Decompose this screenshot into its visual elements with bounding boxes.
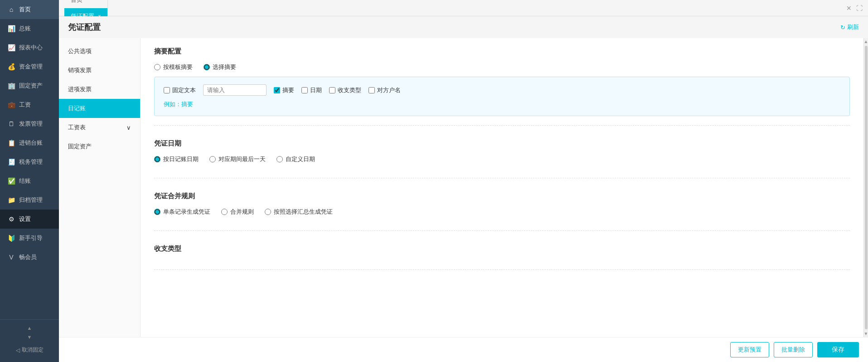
sidebar-label-fund: 资金管理	[19, 63, 43, 71]
date-radio-journal-input[interactable]	[154, 156, 160, 162]
sidebar: ⌂ 首页 📊 总账 📈 报表中心 💰 资金管理 🏢 固定资产 💼 工资 🗒 发票…	[0, 0, 59, 362]
date-radio-journal[interactable]: 按日记账日期	[154, 155, 199, 163]
date-radio-lastday-input[interactable]	[209, 156, 216, 162]
sidebar-item-archive[interactable]: 📁 归档管理	[0, 191, 59, 210]
merge-radio-single-input[interactable]	[154, 209, 160, 215]
left-nav: 公共选项销项发票进项发票日记账工资表∨固定资产	[59, 38, 141, 337]
pin-icon: ◁	[16, 347, 20, 353]
checkbox-counterpart[interactable]: 对方户名	[369, 86, 401, 94]
sidebar-item-tax[interactable]: 🧾 税务管理	[0, 152, 59, 171]
date-section: 凭证日期 按日记账日期 对应期间最后一天 自定义日期	[154, 139, 850, 178]
merge-radio-rule[interactable]: 合并规则	[221, 208, 254, 216]
date-radio-group: 按日记账日期 对应期间最后一天 自定义日期	[154, 155, 850, 163]
archive-icon: 📁	[7, 196, 15, 204]
sidebar-item-salesledger[interactable]: 📋 进销台账	[0, 133, 59, 152]
sidebar-item-salary[interactable]: 💼 工资	[0, 95, 59, 114]
sidebar-label-guide: 新手引导	[19, 234, 43, 242]
save-button[interactable]: 保存	[817, 342, 859, 357]
sidebar-item-ledger[interactable]: 📊 总账	[0, 19, 59, 38]
left-nav-label-fixed_assets: 固定资产	[68, 142, 92, 151]
sidebar-item-settle[interactable]: ✅ 结账	[0, 171, 59, 191]
main-area: 首页凭证配置× ✕ ⛶ 凭证配置 ↻ 刷新 公共选项销项发票进项发票日记账工资表…	[59, 0, 868, 362]
refresh-label: 刷新	[847, 23, 859, 31]
scroll-down-btn[interactable]: ▼	[864, 331, 868, 336]
checkbox-fixed-text[interactable]: 固定文本	[164, 86, 196, 94]
date-radio-custom-label: 自定义日期	[286, 155, 315, 163]
report-icon: 📈	[7, 44, 15, 51]
income-type-section-title: 收支类型	[154, 245, 850, 253]
left-nav-item-purchase_invoice[interactable]: 进项发票	[59, 80, 140, 99]
sidebar-item-member[interactable]: V 畅会员	[0, 248, 59, 267]
batch-delete-button[interactable]: 批量删除	[774, 342, 813, 357]
content-layout: 公共选项销项发票进项发票日记账工资表∨固定资产 摘要配置 按模板摘要 选择摘要	[59, 38, 868, 337]
left-nav-item-sales_invoice[interactable]: 销项发票	[59, 61, 140, 80]
update-preset-button[interactable]: 更新预置	[730, 342, 769, 357]
tab-home[interactable]: 首页	[64, 0, 108, 8]
date-section-title: 凭证日期	[154, 139, 850, 148]
summary-radio-template-input[interactable]	[154, 64, 160, 70]
checkbox-summary[interactable]: 摘要	[274, 86, 294, 94]
page-content: 凭证配置 ↻ 刷新 公共选项销项发票进项发票日记账工资表∨固定资产 摘要配置	[59, 16, 868, 362]
refresh-button[interactable]: ↻ 刷新	[840, 23, 859, 31]
sidebar-label-tax: 税务管理	[19, 158, 43, 166]
sidebar-item-invoice[interactable]: 🗒 发票管理	[0, 114, 59, 133]
date-radio-custom-input[interactable]	[276, 156, 283, 162]
sidebar-item-settings[interactable]: ⚙ 设置	[0, 210, 59, 229]
guide-icon: 🔰	[7, 235, 15, 242]
footer: 更新预置 批量删除 保存	[59, 337, 868, 362]
merge-radio-select[interactable]: 按照选择汇总生成凭证	[265, 208, 333, 216]
summary-example: 例如：摘要	[164, 100, 840, 108]
close-window-icon[interactable]: ✕	[846, 5, 852, 12]
date-radio-custom[interactable]: 自定义日期	[276, 155, 315, 163]
summary-radio-select-input[interactable]	[204, 64, 210, 70]
checkbox-date[interactable]: 日期	[301, 86, 322, 94]
checkbox-date-input[interactable]	[301, 87, 308, 93]
left-nav-label-purchase_invoice: 进项发票	[68, 85, 92, 93]
member-icon: V	[7, 254, 15, 261]
sidebar-label-settings: 设置	[19, 215, 31, 223]
left-nav-item-payroll[interactable]: 工资表∨	[59, 118, 140, 137]
scroll-thumb[interactable]	[865, 46, 868, 329]
income-type-section: 收支类型	[154, 245, 850, 270]
scrollbar[interactable]: ▲ ▼	[863, 38, 868, 337]
sidebar-scroll-down[interactable]: ▼	[0, 333, 59, 342]
date-radio-lastday[interactable]: 对应期间最后一天	[209, 155, 266, 163]
merge-radio-single[interactable]: 单条记录生成凭证	[154, 208, 210, 216]
merge-radio-select-input[interactable]	[265, 209, 271, 215]
checkbox-counterpart-label: 对方户名	[377, 86, 401, 94]
checkbox-fixed-text-input[interactable]	[164, 87, 170, 93]
sidebar-item-asset[interactable]: 🏢 固定资产	[0, 76, 59, 95]
left-nav-item-journal[interactable]: 日记账	[59, 99, 140, 118]
merge-section: 凭证合并规则 单条记录生成凭证 合并规则 按照选择汇总生成凭证	[154, 192, 850, 231]
checkbox-income-type[interactable]: 收支类型	[329, 86, 361, 94]
sidebar-scroll-up[interactable]: ▲	[0, 323, 59, 333]
sidebar-label-home: 首页	[19, 5, 31, 14]
left-nav-item-fixed_assets[interactable]: 固定资产	[59, 137, 140, 156]
maximize-window-icon[interactable]: ⛶	[856, 5, 863, 12]
sidebar-item-fund[interactable]: 💰 资金管理	[0, 57, 59, 76]
merge-radio-rule-input[interactable]	[221, 209, 228, 215]
left-nav-item-public[interactable]: 公共选项	[59, 42, 140, 61]
left-nav-label-sales_invoice: 销项发票	[68, 66, 92, 74]
salesledger-icon: 📋	[7, 139, 15, 147]
scroll-up-btn[interactable]: ▲	[864, 39, 868, 44]
checkbox-summary-input[interactable]	[274, 87, 280, 93]
sidebar-item-home[interactable]: ⌂ 首页	[0, 0, 59, 19]
sidebar-item-report[interactable]: 📈 报表中心	[0, 38, 59, 57]
checkbox-income-type-input[interactable]	[329, 87, 335, 93]
summary-radio-template-label: 按模板摘要	[163, 63, 193, 71]
fund-icon: 💰	[7, 63, 15, 70]
salary-icon: 💼	[7, 101, 15, 108]
sidebar-item-guide[interactable]: 🔰 新手引导	[0, 229, 59, 248]
checkbox-counterpart-input[interactable]	[369, 87, 375, 93]
summary-radio-select[interactable]: 选择摘要	[204, 63, 236, 71]
settings-icon: ⚙	[7, 215, 15, 223]
sidebar-label-archive: 归档管理	[19, 196, 43, 204]
summary-radio-template[interactable]: 按模板摘要	[154, 63, 193, 71]
sidebar-label-salary: 工资	[19, 101, 31, 109]
sidebar-label-report: 报表中心	[19, 44, 43, 52]
fixed-text-input[interactable]	[203, 84, 267, 96]
summary-radio-select-label: 选择摘要	[213, 63, 236, 71]
sidebar-label-asset: 固定资产	[19, 82, 43, 90]
cancel-fixed-btn[interactable]: ◁ 取消固定	[0, 342, 59, 358]
